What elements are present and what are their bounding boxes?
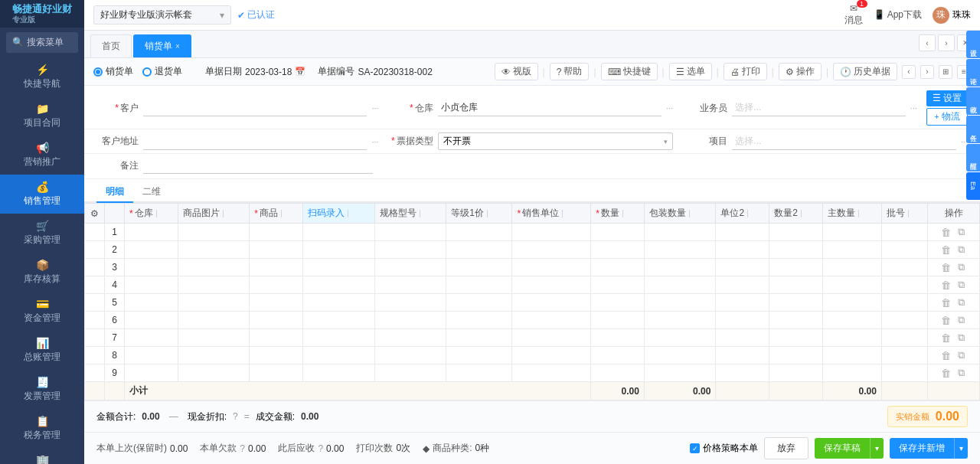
save-new-button[interactable]: 保存并新增 <box>890 438 954 459</box>
save-draft-button[interactable]: 保存草稿 <box>815 438 870 459</box>
col-divider12[interactable] <box>858 210 859 217</box>
row-pack-qty-3[interactable] <box>644 259 716 276</box>
row-price1-2[interactable] <box>446 241 512 259</box>
form-next-button[interactable]: › <box>920 65 934 79</box>
sidebar-item-funds[interactable]: 💳 资金管理 <box>0 292 84 331</box>
row-batch-3[interactable] <box>881 259 928 276</box>
customer-input[interactable] <box>143 100 367 116</box>
col-divider[interactable] <box>156 210 157 217</box>
future-help-icon[interactable]: ? <box>318 443 323 454</box>
row-main-qty-1[interactable] <box>822 224 881 241</box>
bill-date-value[interactable]: 2023-03-18 <box>245 67 292 77</box>
sidebar-item-sales[interactable]: 💰 销售管理 <box>0 175 84 214</box>
tab-2d[interactable]: 二维 <box>133 182 170 203</box>
user-menu[interactable]: 珠 珠珠 <box>933 7 971 24</box>
col-divider7[interactable] <box>562 210 563 217</box>
row-copy-icon-1[interactable]: ⧉ <box>956 226 968 238</box>
row-pack-qty-2[interactable] <box>644 241 716 259</box>
message-button[interactable]: ✉ 1 消息 <box>844 3 863 27</box>
row-qty2-3[interactable] <box>769 259 823 276</box>
copy-icon[interactable]: ⧉ <box>956 367 968 379</box>
row-sales-unit-2[interactable] <box>512 241 591 259</box>
salesperson-lookup-icon[interactable]: ··· <box>910 103 917 113</box>
col-batch-import[interactable]: 扫码录入 <box>303 204 375 224</box>
row-product-2[interactable] <box>250 241 303 259</box>
sidebar-item-project[interactable]: 📁 项目合同 <box>0 96 84 136</box>
row-spec-2[interactable] <box>374 241 446 259</box>
col-settings[interactable]: ⚙ <box>85 204 105 224</box>
row-main-qty-3[interactable] <box>822 259 881 276</box>
row-batch-import-2[interactable] <box>303 241 375 259</box>
tab-prev-button[interactable]: ‹ <box>919 34 936 51</box>
del-icon[interactable]: 🗑 <box>940 279 952 291</box>
tab-next-button[interactable]: › <box>938 34 955 51</box>
row-unit2-1[interactable] <box>716 224 769 241</box>
tab-close-icon[interactable]: × <box>175 42 180 51</box>
col-main-qty[interactable]: 主数量 <box>822 204 881 224</box>
bill-no-value[interactable]: SA-20230318-002 <box>358 67 432 77</box>
row-price1-3[interactable] <box>446 259 512 276</box>
customer-addr-input[interactable] <box>143 133 367 150</box>
col-unit2[interactable]: 单位2 <box>716 204 769 224</box>
price-policy-checkbox[interactable]: ✓ 价格策略本单 <box>690 442 758 455</box>
col-divider2[interactable] <box>223 210 224 217</box>
help-button[interactable]: ?帮助 <box>550 63 590 80</box>
col-divider3[interactable] <box>281 210 282 217</box>
sidebar-item-inventory[interactable]: 📦 库存核算 <box>0 253 84 292</box>
col-divider13[interactable] <box>908 210 909 217</box>
salesperson-input[interactable]: 选择... <box>732 100 905 116</box>
right-panel-btn-5[interactable]: 提醒 <box>966 144 980 172</box>
project-input[interactable]: 选择... <box>732 133 956 150</box>
app-download-button[interactable]: 📱 App下载 <box>874 8 922 21</box>
tab-detail[interactable]: 明细 <box>96 182 133 203</box>
col-divider5[interactable] <box>420 210 420 217</box>
row-delete-icon-2[interactable]: 🗑 <box>940 243 952 256</box>
abandon-button[interactable]: 放弃 <box>764 437 808 459</box>
del-icon[interactable]: 🗑 <box>940 296 952 309</box>
col-batch[interactable]: 批号 <box>881 204 928 224</box>
invoice-type-select[interactable]: 不开票 ▾ <box>438 132 674 150</box>
save-draft-arrow-button[interactable]: ▾ <box>870 438 884 459</box>
row-price1-1[interactable] <box>446 224 512 241</box>
row-sales-unit-3[interactable] <box>512 259 591 276</box>
discount-help-icon[interactable]: ? <box>233 411 238 422</box>
note-input[interactable] <box>143 157 373 174</box>
row-warehouse-1[interactable] <box>125 224 178 241</box>
col-divider4[interactable] <box>348 210 348 217</box>
row-qty-1[interactable] <box>591 224 645 241</box>
sidebar-item-purchase[interactable]: 🛒 采购管理 <box>0 214 84 253</box>
copy-icon[interactable]: ⧉ <box>956 349 968 361</box>
addr-lookup-icon[interactable]: ··· <box>371 137 378 146</box>
right-panel-btn-active[interactable]: Ea <box>966 172 980 200</box>
row-warehouse-2[interactable] <box>125 241 178 259</box>
sidebar-item-quick-nav[interactable]: ⚡ 快捷导航 <box>0 57 84 96</box>
col-product[interactable]: * 商品 <box>250 204 303 224</box>
view-button[interactable]: 👁视版 <box>495 63 538 80</box>
search-button[interactable]: 🔍 搜索菜单 <box>6 32 78 53</box>
row-main-qty-2[interactable] <box>822 241 881 259</box>
select-order-button[interactable]: ☰选单 <box>669 63 712 80</box>
col-divider6[interactable] <box>487 210 488 217</box>
col-spec[interactable]: 规格型号 <box>374 204 446 224</box>
row-unit2-2[interactable] <box>716 241 769 259</box>
row-unit2-3[interactable] <box>716 259 769 276</box>
form-prev-button[interactable]: ‹ <box>902 65 916 79</box>
row-product-3[interactable] <box>250 259 303 276</box>
row-batch-1[interactable] <box>881 224 928 241</box>
col-qty2[interactable]: 数量2 <box>769 204 823 224</box>
right-panel-btn-4[interactable]: 任务 <box>966 116 980 143</box>
col-divider9[interactable] <box>689 210 690 217</box>
del-icon[interactable]: 🗑 <box>940 349 952 361</box>
sidebar-item-fixed-assets[interactable]: 🏢 固定资产 <box>0 448 84 464</box>
right-panel-btn-1[interactable]: 设置 <box>966 31 980 58</box>
save-new-arrow-button[interactable]: ▾ <box>954 438 968 459</box>
row-spec-1[interactable] <box>374 224 446 241</box>
row-batch-2[interactable] <box>881 241 928 259</box>
row-product-1[interactable] <box>250 224 303 241</box>
tab-sales-order[interactable]: 销货单 × <box>133 34 191 57</box>
col-qty[interactable]: * 数量 <box>591 204 645 224</box>
radio-return-order[interactable]: 退货单 <box>142 65 182 78</box>
copy-icon[interactable]: ⧉ <box>956 332 968 344</box>
del-icon[interactable]: 🗑 <box>940 367 952 379</box>
form-grid-button[interactable]: ⊞ <box>939 65 952 79</box>
